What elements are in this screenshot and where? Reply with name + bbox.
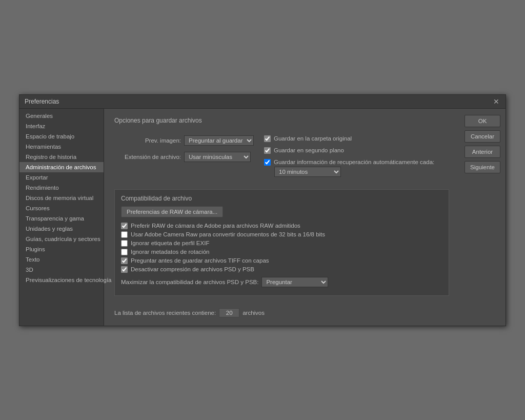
preferences-dialog: Preferencias ✕ GeneralesInterfazEspacio …	[19, 94, 506, 326]
usar-label: Usar Adobe Camera Raw para convertir doc…	[131, 231, 325, 237]
sidebar-item[interactable]: Unidades y reglas	[19, 224, 104, 234]
preferir-checkbox[interactable]	[121, 223, 128, 229]
compat-title: Compatibilidad de archivo	[121, 195, 442, 202]
preguntar-tiff-checkbox[interactable]	[121, 257, 128, 264]
prev-imagen-select[interactable]: Preguntar al guardar	[184, 135, 254, 146]
raw-preferences-button[interactable]: Preferencias de RAW de cámara...	[121, 206, 223, 217]
carpeta-label: Guardar en la carpeta original	[274, 135, 352, 142]
ignorar-perfil-label: Ignorar etiqueta de perfil EXIF	[131, 240, 209, 246]
preferir-label: Preferir RAW de cámara de Adobe para arc…	[131, 223, 300, 229]
sidebar-item[interactable]: Plugins	[19, 244, 104, 254]
ignorar-metadatos-checkbox[interactable]	[121, 249, 128, 255]
ignorar-metadatos-label: Ignorar metadatos de rotación	[131, 249, 209, 255]
ok-button[interactable]: OK	[465, 115, 500, 127]
sidebar-item[interactable]: Previsualizaciones de tecnología	[19, 275, 104, 285]
recovery-label-line: Guardar información de recuperación auto…	[264, 159, 434, 166]
extension-select[interactable]: Usar minúsculas	[184, 152, 251, 162]
sidebar-item[interactable]: Rendimiento	[19, 183, 104, 193]
sidebar: GeneralesInterfazEspacio de trabajoHerra…	[19, 109, 104, 326]
dialog-titlebar: Preferencias ✕	[19, 95, 506, 109]
prev-imagen-row: Prev. imagen: Preguntar al guardar	[114, 135, 254, 146]
sidebar-item[interactable]: Texto	[19, 254, 104, 265]
preferir-row: Preferir RAW de cámara de Adobe para arc…	[121, 223, 442, 229]
prev-imagen-label: Prev. imagen:	[114, 137, 181, 144]
recent-label: La lista de archivos recientes contiene:	[114, 310, 216, 316]
extension-row: Extensión de archivo: Usar minúsculas	[114, 152, 254, 162]
sidebar-item[interactable]: 3D	[19, 265, 104, 275]
top-options: Prev. imagen: Preguntar al guardar Exten…	[114, 135, 449, 177]
compat-section: Compatibilidad de archivo Preferencias d…	[114, 189, 449, 296]
carpeta-row: Guardar en la carpeta original	[264, 135, 434, 142]
sidebar-item[interactable]: Interfaz	[19, 121, 104, 131]
maximizar-row: Maximizar la compatibilidad de archivos …	[121, 277, 442, 287]
sidebar-item[interactable]: Registro de historia	[19, 152, 104, 162]
time-select[interactable]: 10 minutos	[274, 167, 341, 177]
recovery-row: Guardar información de recuperación auto…	[264, 159, 434, 177]
extension-label: Extensión de archivo:	[114, 154, 181, 160]
cancel-button[interactable]: Cancelar	[465, 130, 500, 143]
carpeta-checkbox[interactable]	[264, 135, 271, 142]
desactivar-label: Desactivar compresión de archivos PSD y …	[131, 266, 254, 272]
dialog-title: Preferencias	[25, 98, 59, 105]
preguntar-tiff-label: Preguntar antes de guardar archivos TIFF…	[131, 257, 269, 264]
segundo-plano-checkbox[interactable]	[264, 147, 271, 154]
sidebar-item[interactable]: Transparencia y gama	[19, 213, 104, 224]
sidebar-item[interactable]: Espacio de trabajo	[19, 131, 104, 142]
usar-row: Usar Adobe Camera Raw para convertir doc…	[121, 231, 442, 238]
previous-button[interactable]: Anterior	[465, 146, 500, 158]
form-left: Prev. imagen: Preguntar al guardar Exten…	[114, 135, 254, 177]
buttons-panel: OK Cancelar Anterior Siguiente	[459, 109, 506, 326]
sidebar-item[interactable]: Herramientas	[19, 142, 104, 152]
close-button[interactable]: ✕	[492, 98, 500, 105]
recent-input[interactable]	[219, 308, 239, 317]
recent-files-row: La lista de archivos recientes contiene:…	[114, 308, 449, 317]
recovery-checkbox[interactable]	[264, 159, 271, 166]
preguntar-tiff-row: Preguntar antes de guardar archivos TIFF…	[121, 257, 442, 264]
ignorar-perfil-checkbox[interactable]	[121, 240, 128, 247]
form-right: Guardar en la carpeta original Guardar e…	[264, 135, 434, 177]
maximizar-select[interactable]: Preguntar	[261, 277, 328, 287]
ignorar-metadatos-row: Ignorar metadatos de rotación	[121, 249, 442, 255]
usar-checkbox[interactable]	[121, 231, 128, 238]
segundo-plano-row: Guardar en segundo plano	[264, 147, 434, 154]
sidebar-item[interactable]: Discos de memoria virtual	[19, 193, 104, 203]
section-title: Opciones para guardar archivos	[114, 117, 449, 124]
desactivar-row: Desactivar compresión de archivos PSD y …	[121, 266, 442, 273]
next-button[interactable]: Siguiente	[465, 161, 500, 173]
main-content: Opciones para guardar archivos Prev. ima…	[104, 109, 459, 326]
sidebar-item[interactable]: Exportar	[19, 172, 104, 183]
dialog-body: GeneralesInterfazEspacio de trabajoHerra…	[19, 109, 506, 326]
archivos-label: archivos	[243, 310, 265, 316]
desactivar-checkbox[interactable]	[121, 266, 128, 273]
ignorar-perfil-row: Ignorar etiqueta de perfil EXIF	[121, 240, 442, 247]
sidebar-item[interactable]: Cursores	[19, 203, 104, 213]
recovery-label: Guardar información de recuperación auto…	[274, 159, 434, 165]
sidebar-item[interactable]: Guías, cuadrícula y sectores	[19, 234, 104, 244]
maximizar-label: Maximizar la compatibilidad de archivos …	[121, 279, 258, 285]
sidebar-item[interactable]: Administración de archivos	[19, 162, 104, 172]
sidebar-item[interactable]: Generales	[19, 111, 104, 121]
segundo-plano-label: Guardar en segundo plano	[274, 147, 344, 153]
